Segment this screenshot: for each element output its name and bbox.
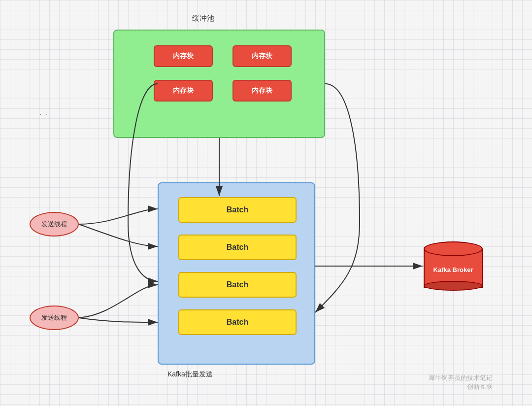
- arrow-thread2-batch3: [79, 285, 158, 318]
- arrow-thread1-batch1: [79, 209, 158, 224]
- buffer-pool-box: 内存块 内存块 内存块 内存块: [113, 30, 325, 138]
- dots-decoration: . .: [39, 108, 48, 116]
- kafka-broker-label: Kafka Broker: [424, 266, 483, 273]
- batch-item-4: Batch: [178, 309, 297, 335]
- kafka-broker: Kafka Broker: [424, 241, 483, 291]
- memory-block-2: 内存块: [233, 45, 292, 67]
- batch-item-3: Batch: [178, 272, 297, 298]
- sender-thread-2: 发送线程: [30, 305, 79, 330]
- cylinder-top: [424, 241, 483, 256]
- buffer-pool-label: 缓冲池: [192, 14, 214, 23]
- memory-block-3: 内存块: [154, 80, 213, 102]
- sender-thread-1: 发送线程: [30, 212, 79, 237]
- memory-block-1: 内存块: [154, 45, 213, 67]
- batch-item-2: Batch: [178, 235, 297, 260]
- watermark: 犀牛饲养员的技术笔记 创新互联: [429, 373, 493, 391]
- arrow-thread1-batch2: [79, 224, 158, 246]
- watermark-line1: 犀牛饲养员的技术笔记: [429, 373, 493, 382]
- cylinder-bottom: [424, 281, 483, 291]
- batch-item-1: Batch: [178, 197, 297, 223]
- arrow-thread2-batch4: [79, 318, 158, 322]
- memory-block-4: 内存块: [233, 80, 292, 102]
- watermark-line2: 创新互联: [429, 382, 493, 391]
- kafka-batch-label: Kafka批量发送: [167, 370, 213, 379]
- batch-queue-box: Batch Batch Batch Batch: [158, 182, 315, 365]
- diagram-container: 缓冲池 内存块 内存块 内存块 内存块 . . 发送线程 发送线程 Batch …: [0, 0, 532, 406]
- kafka-cylinder: Kafka Broker: [424, 241, 483, 291]
